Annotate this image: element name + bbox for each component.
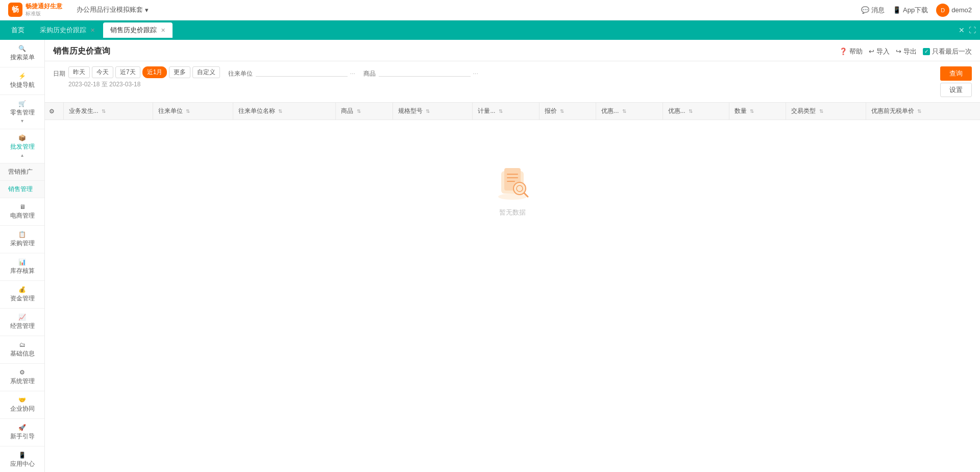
export-btn[interactable]: ↪ 导出 xyxy=(896,47,917,56)
sidebar-item-enterprise-collab[interactable]: 🤝 企业协同 xyxy=(0,391,44,419)
tab-home[interactable]: 首页 xyxy=(4,22,32,38)
product-input[interactable] xyxy=(379,66,471,77)
date-btn-custom[interactable]: 自定义 xyxy=(192,66,220,78)
sidebar-item-ecommerce[interactable]: 🖥 电商管理 xyxy=(0,198,44,226)
th-product[interactable]: 商品 ⇅ xyxy=(336,103,393,120)
filter-bar: 日期 昨天 今天 近7天 近1月 更多 自定义 2023-02-18 至 202… xyxy=(45,61,980,103)
partner-input[interactable] xyxy=(256,66,348,77)
sort-icon-product: ⇅ xyxy=(357,108,361,114)
retail-chevron-icon: ▾ xyxy=(21,118,23,124)
wholesale-icon: 📦 xyxy=(18,134,26,141)
last-record-checkbox[interactable] xyxy=(923,48,930,55)
date-btn-more[interactable]: 更多 xyxy=(169,66,190,78)
th-price-label: 报价 xyxy=(545,107,557,114)
avatar: D xyxy=(936,4,949,17)
sidebar-label-app-center: 应用中心 xyxy=(10,460,35,468)
sales-history-tab-label: 销售历史价跟踪 xyxy=(110,26,157,35)
date-filter-label: 日期 xyxy=(53,66,65,81)
date-range-display: 2023-02-18 至 2023-03-18 xyxy=(68,80,220,89)
home-tab-label: 首页 xyxy=(11,26,24,35)
sort-icon-pretax-price: ⇅ xyxy=(917,108,921,114)
sidebar-label-sales-mgmt: 销售管理 xyxy=(8,185,33,193)
close-window-icon[interactable]: ✕ xyxy=(959,26,965,34)
collab-icon: 🤝 xyxy=(18,396,26,404)
th-pretax-price[interactable]: 优惠前无税单价 ⇅ xyxy=(866,103,980,120)
empty-text: 暂无数据 xyxy=(499,208,526,217)
th-settings[interactable]: ⚙ xyxy=(45,103,63,120)
sidebar-item-finance[interactable]: 💰 资金管理 xyxy=(0,281,44,309)
sidebar-item-wholesale-mgmt[interactable]: 📦 批发管理 ▴ xyxy=(0,129,44,163)
sidebar-label-finance: 资金管理 xyxy=(10,294,35,303)
quick-nav-icon: ⚡ xyxy=(18,73,26,80)
product-select-icon[interactable]: ... xyxy=(473,68,478,76)
th-discount2-label: 优惠... xyxy=(668,107,685,114)
user-avatar-btn[interactable]: D demo2 xyxy=(936,4,972,17)
query-button[interactable]: 查询 xyxy=(940,66,972,81)
sidebar-item-new-guide[interactable]: 🚀 新手引导 xyxy=(0,419,44,446)
th-partner-name[interactable]: 往来单位名称 ⇅ xyxy=(233,103,336,120)
import-btn[interactable]: ↩ 导入 xyxy=(869,47,890,56)
th-business-date[interactable]: 业务发生... ⇅ xyxy=(63,103,153,120)
th-unit[interactable]: 计量... ⇅ xyxy=(473,103,539,120)
column-settings-icon[interactable]: ⚙ xyxy=(49,108,55,115)
th-discount1[interactable]: 优惠... ⇅ xyxy=(596,103,663,120)
settings-button[interactable]: 设置 xyxy=(940,83,972,97)
sidebar-item-retail-mgmt[interactable]: 🛒 零售管理 ▾ xyxy=(0,95,44,129)
sidebar-item-system-mgmt[interactable]: ⚙ 系统管理 xyxy=(0,364,44,391)
message-btn[interactable]: 💬 消息 xyxy=(861,6,885,15)
th-quantity[interactable]: 数量 ⇅ xyxy=(729,103,786,120)
app-download-btn[interactable]: 📱 App下载 xyxy=(893,6,928,15)
phone-icon: 📱 xyxy=(893,6,901,14)
sidebar-item-sales-mgmt[interactable]: 销售管理 xyxy=(0,181,44,198)
date-btns-row: 昨天 今天 近7天 近1月 更多 自定义 xyxy=(68,66,220,78)
sidebar-label-purchase-mgmt: 采购管理 xyxy=(10,239,35,248)
sort-icon-trade-type: ⇅ xyxy=(819,108,823,114)
help-btn[interactable]: ❓ 帮助 xyxy=(839,47,863,56)
th-trade-type[interactable]: 交易类型 ⇅ xyxy=(786,103,866,120)
date-btn-yesterday[interactable]: 昨天 xyxy=(68,66,90,78)
purchase-history-close-icon[interactable]: ✕ xyxy=(90,27,95,34)
ecommerce-icon: 🖥 xyxy=(19,203,26,210)
import-icon: ↩ xyxy=(869,48,874,55)
th-partner-id[interactable]: 往来单位 ⇅ xyxy=(153,103,233,120)
sort-icon-partner-id: ⇅ xyxy=(186,108,190,114)
th-spec-label: 规格型号 xyxy=(398,107,423,114)
app-selector-label: 办公用品行业模拟账套 xyxy=(77,5,143,14)
sidebar-item-quick-nav[interactable]: ⚡ 快捷导航 xyxy=(0,67,44,95)
last-record-filter[interactable]: 只看最后一次 xyxy=(923,47,972,56)
retail-icon: 🛒 xyxy=(18,100,26,107)
app-center-icon: 📱 xyxy=(18,452,26,459)
maximize-window-icon[interactable]: ⛶ xyxy=(969,26,976,34)
message-icon: 💬 xyxy=(861,6,869,14)
partner-filter-group: 往来单位 ... xyxy=(228,66,355,81)
th-quantity-label: 数量 xyxy=(734,107,747,114)
date-btn-7days[interactable]: 近7天 xyxy=(115,66,140,78)
date-btn-today[interactable]: 今天 xyxy=(92,66,113,78)
sidebar-item-inventory[interactable]: 📊 库存核算 xyxy=(0,253,44,281)
help-label: 帮助 xyxy=(849,47,863,56)
tab-sales-history[interactable]: 销售历史价跟踪 ✕ xyxy=(103,22,173,38)
th-partner-id-label: 往来单位 xyxy=(158,107,183,114)
sort-icon-partner-name: ⇅ xyxy=(278,108,282,114)
filter-actions: 查询 设置 xyxy=(940,66,972,97)
th-spec[interactable]: 规格型号 ⇅ xyxy=(393,103,473,120)
th-business-date-label: 业务发生... xyxy=(69,107,99,114)
sidebar-item-purchase-mgmt[interactable]: 📋 采购管理 xyxy=(0,226,44,253)
partner-select-icon[interactable]: ... xyxy=(350,68,355,76)
sidebar-label-basic-info: 基础信息 xyxy=(10,349,35,358)
app-selector[interactable]: 办公用品行业模拟账套 ▾ xyxy=(77,5,149,14)
date-btn-1month[interactable]: 近1月 xyxy=(142,66,167,78)
sidebar-item-operations[interactable]: 📈 经营管理 xyxy=(0,309,44,336)
sidebar-item-basic-info[interactable]: 🗂 基础信息 xyxy=(0,336,44,364)
tab-purchase-history[interactable]: 采购历史价跟踪 ✕ xyxy=(33,22,102,38)
th-discount2[interactable]: 优惠... ⇅ xyxy=(663,103,729,120)
sidebar-item-sales-promo[interactable]: 营销推广 xyxy=(0,163,44,181)
product-filter-label: 商品 xyxy=(363,66,376,81)
system-icon: ⚙ xyxy=(19,369,25,376)
sidebar-item-app-center[interactable]: 📱 应用中心 xyxy=(0,446,44,472)
svg-point-0 xyxy=(498,194,527,200)
sales-history-close-icon[interactable]: ✕ xyxy=(161,27,165,34)
sidebar-label-enterprise-collab: 企业协同 xyxy=(10,405,35,413)
th-price[interactable]: 报价 ⇅ xyxy=(539,103,596,120)
sidebar-item-search-menu[interactable]: 🔍 搜索菜单 xyxy=(0,40,44,67)
